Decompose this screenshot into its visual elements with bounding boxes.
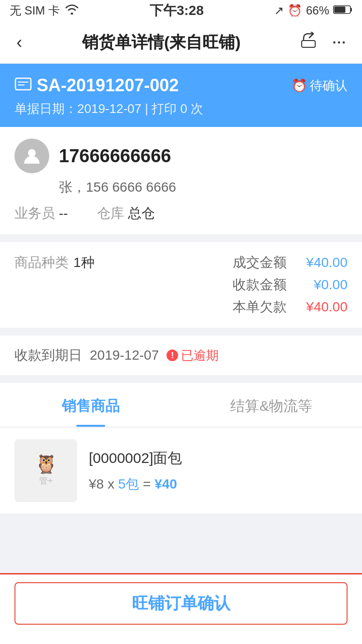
product-logo-icon: 🦉 (35, 455, 57, 473)
tab-settlement[interactable]: 结算&物流等 (181, 383, 362, 427)
battery-label: 66% (306, 4, 329, 17)
table-row: 🦉 管+ [0000002]面包 ¥8 x 5包 = ¥40 (0, 428, 362, 514)
svg-rect-2 (334, 7, 345, 13)
battery-icon (333, 4, 352, 17)
overdue-text: 已逾期 (181, 347, 219, 364)
avatar (14, 139, 49, 173)
order-date: 单据日期：2019-12-07 | 打印 0 次 (14, 100, 348, 117)
product-logo-text: 管+ (39, 475, 53, 487)
received-value: ¥0.00 (294, 277, 348, 293)
more-button[interactable]: ··· (329, 31, 350, 54)
wifi-icon (65, 4, 79, 17)
customer-meta: 业务员 -- 仓库 总仓 (14, 204, 348, 223)
page-title: 销货单详情(来自旺铺) (82, 31, 241, 54)
product-type-value: 1种 (73, 253, 95, 272)
warehouse-item: 仓库 总仓 (97, 204, 155, 223)
product-name: [0000002]面包 (89, 448, 348, 468)
product-price-row: ¥8 x 5包 = ¥40 (89, 475, 348, 493)
summary-card: 商品种类 1种 成交金额 ¥40.00 收款金额 ¥0.00 本单欠款 ¥40.… (0, 242, 362, 328)
svg-rect-4 (15, 78, 31, 90)
product-info: [0000002]面包 ¥8 x 5包 = ¥40 (89, 448, 348, 493)
order-status: ⏰ 待确认 (292, 77, 348, 94)
due-date-value: 2019-12-07 (90, 348, 159, 363)
location-icon: ↗ (274, 4, 284, 17)
due-date-label: 收款到期日 (14, 346, 82, 364)
product-total: ¥40 (154, 476, 177, 491)
received-label: 收款金额 (233, 276, 287, 294)
transaction-amount: 成交金额 ¥40.00 (233, 253, 348, 272)
owed-value: ¥40.00 (294, 299, 348, 315)
product-image: 🦉 管+ (14, 439, 77, 502)
status-left: 无 SIM 卡 (10, 3, 79, 18)
carrier-label: 无 SIM 卡 (10, 3, 60, 18)
amount-list: 成交金额 ¥40.00 收款金额 ¥0.00 本单欠款 ¥40.00 (233, 253, 348, 316)
tabs: 销售商品 结算&物流等 (0, 383, 362, 427)
back-button[interactable]: ‹ (12, 28, 27, 57)
overdue-icon: ! (167, 350, 178, 361)
status-right: ↗ ⏰ 66% (274, 4, 352, 17)
clock-icon: ⏰ (288, 4, 302, 17)
status-bar: 无 SIM 卡 下午3:28 ↗ ⏰ 66% (0, 0, 362, 21)
salesperson-value: -- (59, 206, 68, 221)
order-id: SA-20191207-002 (14, 75, 179, 96)
customer-name: 张，156 6666 6666 (59, 178, 348, 196)
tabs-container: 销售商品 结算&物流等 (0, 383, 362, 427)
customer-phone: 17666666666 (59, 146, 171, 167)
received-amount: 收款金额 ¥0.00 (233, 276, 348, 294)
svg-rect-3 (302, 41, 315, 47)
share-button[interactable] (296, 28, 321, 57)
product-qty: 5包 (118, 476, 139, 491)
transaction-value: ¥40.00 (294, 255, 348, 270)
tab-products[interactable]: 销售商品 (0, 383, 181, 427)
nav-actions: ··· (296, 28, 350, 57)
warehouse-value: 总仓 (128, 204, 155, 223)
customer-card: 17666666666 张，156 6666 6666 业务员 -- 仓库 总仓 (0, 127, 362, 234)
due-date-card: 收款到期日 2019-12-07 ! 已逾期 (0, 336, 362, 375)
owed-amount: 本单欠款 ¥40.00 (233, 298, 348, 316)
order-header: SA-20191207-002 ⏰ 待确认 单据日期：2019-12-07 | … (0, 64, 362, 127)
status-time: 下午3:28 (150, 1, 204, 20)
product-type-label: 商品种类 (14, 253, 69, 272)
salesperson-item: 业务员 -- (14, 204, 68, 223)
overdue-badge: ! 已逾期 (167, 347, 219, 364)
product-type: 商品种类 1种 (14, 253, 95, 272)
owed-label: 本单欠款 (233, 298, 287, 316)
order-icon (14, 77, 32, 95)
confirm-order-button[interactable]: 旺铺订单确认 (14, 582, 348, 625)
transaction-label: 成交金额 (233, 253, 287, 272)
svg-point-5 (28, 149, 36, 157)
bottom-action: 旺铺订单确认 (0, 573, 362, 644)
svg-rect-1 (350, 8, 352, 12)
product-list: 🦉 管+ [0000002]面包 ¥8 x 5包 = ¥40 (0, 428, 362, 514)
warehouse-label: 仓库 (97, 204, 124, 223)
salesperson-label: 业务员 (14, 204, 55, 223)
status-clock-icon: ⏰ (292, 78, 307, 93)
nav-bar: ‹ 销货单详情(来自旺铺) ··· (0, 21, 362, 64)
